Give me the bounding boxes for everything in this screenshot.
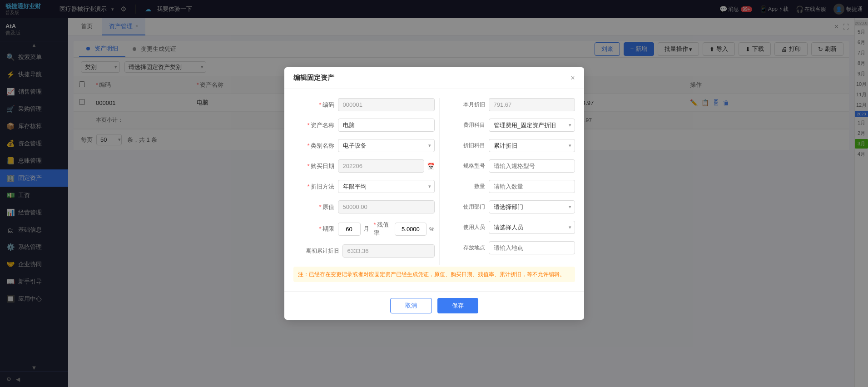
modal-close-button[interactable]: × (570, 74, 575, 82)
modal-overlay: 编辑固定资产 × *编码 *资产名称 (0, 0, 868, 387)
form-row-code: *编码 (298, 98, 435, 111)
form-row-original-value: *原值 (298, 200, 435, 213)
residual-rate-unit: % (429, 226, 435, 233)
modal-header: 编辑固定资产 × (284, 67, 584, 89)
category-select-wrapper[interactable]: 电子设备 机械设备 办公设备 (338, 139, 435, 152)
form-row-expense-subject: 费用科目 管理费用_固定资产折旧 (444, 119, 575, 132)
residual-rate-input[interactable] (395, 223, 427, 236)
depreciation-method-label: *折旧方法 (298, 183, 334, 191)
category-select[interactable]: 电子设备 机械设备 办公设备 (338, 139, 435, 152)
monthly-depreciation-input[interactable] (489, 98, 575, 111)
form-row-initial-depreciation: 期初累计折旧 (298, 244, 435, 258)
form-row-depreciation-subject: 折旧科目 累计折旧 (444, 139, 575, 152)
code-input[interactable] (338, 98, 435, 111)
expense-subject-label: 费用科目 (444, 121, 485, 129)
quantity-input[interactable] (489, 180, 575, 193)
purchase-date-input[interactable] (338, 159, 424, 173)
form-row-department: 使用部门 请选择部门 (444, 200, 575, 213)
modal-note: 注：已经存在变更记录或者对应固定资产已经生成凭证，原值、购买日期、残值率、累计折… (293, 267, 575, 282)
modal-title: 编辑固定资产 (293, 74, 334, 82)
period-group: 月 *残值率 % (338, 221, 435, 237)
form-row-monthly-depreciation: 本月折旧 (444, 98, 575, 111)
category-label: *类别名称 (298, 142, 334, 150)
modal-body: *编码 *资产名称 *类别名称 (284, 89, 584, 291)
original-value-input[interactable] (338, 200, 435, 213)
location-input[interactable] (489, 241, 575, 254)
spec-input[interactable] (489, 159, 575, 173)
period-label: *期限 (298, 225, 334, 233)
depreciation-subject-select[interactable]: 累计折旧 (489, 139, 575, 152)
purchase-date-label: *购买日期 (298, 162, 334, 170)
asset-name-label: *资产名称 (298, 121, 334, 129)
cancel-button[interactable]: 取消 (390, 298, 432, 313)
initial-depreciation-label: 期初累计折旧 (298, 247, 339, 255)
initial-depreciation-input[interactable] (342, 244, 435, 258)
form-row-person: 使用人员 请选择人员 (444, 221, 575, 234)
department-label: 使用部门 (444, 203, 485, 211)
form-row-location: 存放地点 (444, 241, 575, 254)
period-unit: 月 (363, 225, 369, 233)
form-row-quantity: 数量 (444, 180, 575, 193)
asset-name-input[interactable] (338, 119, 435, 132)
edit-asset-modal: 编辑固定资产 × *编码 *资产名称 (284, 67, 584, 320)
person-label: 使用人员 (444, 223, 485, 231)
person-select-wrapper[interactable]: 请选择人员 (489, 221, 575, 234)
expense-subject-select[interactable]: 管理费用_固定资产折旧 (489, 119, 575, 132)
calendar-icon[interactable]: 📅 (427, 163, 435, 170)
form-row-category: *类别名称 电子设备 机械设备 办公设备 (298, 139, 435, 152)
form-row-period: *期限 月 *残值率 % (298, 221, 435, 237)
form-row-spec: 规格型号 (444, 159, 575, 173)
expense-subject-select-wrapper[interactable]: 管理费用_固定资产折旧 (489, 119, 575, 132)
purchase-date-group: 📅 (338, 159, 435, 173)
depreciation-subject-select-wrapper[interactable]: 累计折旧 (489, 139, 575, 152)
form-grid: *编码 *资产名称 *类别名称 (293, 98, 575, 265)
form-row-asset-name: *资产名称 (298, 119, 435, 132)
form-row-purchase-date: *购买日期 📅 (298, 159, 435, 173)
original-value-label: *原值 (298, 203, 334, 211)
spec-label: 规格型号 (444, 162, 485, 170)
save-button[interactable]: 保存 (437, 298, 478, 313)
monthly-depreciation-label: 本月折旧 (444, 101, 485, 109)
department-select[interactable]: 请选择部门 (489, 200, 575, 213)
person-select[interactable]: 请选择人员 (489, 221, 575, 234)
depreciation-subject-label: 折旧科目 (444, 142, 485, 149)
modal-footer: 取消 保存 (284, 291, 584, 320)
depreciation-method-select-wrapper[interactable]: 年限平均 工作量法 (338, 180, 435, 193)
quantity-label: 数量 (444, 183, 485, 190)
code-label: *编码 (298, 101, 334, 109)
department-select-wrapper[interactable]: 请选择部门 (489, 200, 575, 213)
form-left-col: *编码 *资产名称 *类别名称 (293, 98, 439, 265)
residual-rate-star: *残值率 (374, 221, 390, 237)
location-label: 存放地点 (444, 244, 485, 252)
form-row-depreciation-method: *折旧方法 年限平均 工作量法 (298, 180, 435, 193)
form-right-col: 本月折旧 费用科目 管理费用_固定资产折旧 (439, 98, 580, 265)
period-input[interactable] (338, 223, 361, 236)
depreciation-method-select[interactable]: 年限平均 工作量法 (338, 180, 435, 193)
